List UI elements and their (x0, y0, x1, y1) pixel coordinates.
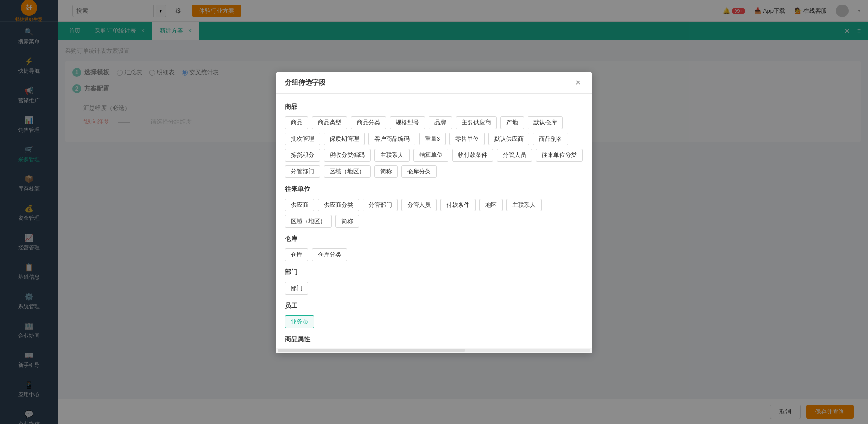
field-chip-dept-0[interactable]: 部门 (285, 282, 308, 295)
field-chip-warehouse-0[interactable]: 仓库 (285, 248, 308, 261)
field-chip-product-18[interactable]: 结算单位 (413, 149, 448, 162)
field-chip-product-25[interactable]: 仓库分类 (401, 165, 437, 178)
field-select-modal: 分组待选字段 ✕ 商品 商品 商品类型 商品分类 规格型号 品牌 主要供应商 产… (276, 72, 592, 353)
section-warehouse-title: 仓库 (285, 235, 583, 243)
field-chip-partner-8[interactable]: 简称 (335, 215, 359, 228)
fields-grid-product: 商品 商品类型 商品分类 规格型号 品牌 主要供应商 产地 默认仓库 批次管理 … (285, 116, 583, 178)
field-chip-product-12[interactable]: 零售单位 (449, 133, 485, 145)
field-chip-partner-3[interactable]: 分管人员 (401, 199, 437, 211)
field-chip-partner-1[interactable]: 供应商分类 (318, 199, 359, 211)
field-chip-product-4[interactable]: 品牌 (429, 116, 452, 129)
field-chip-product-13[interactable]: 默认供应商 (488, 133, 529, 145)
section-employee-title: 员工 (285, 302, 583, 310)
field-chip-product-1[interactable]: 商品类型 (312, 116, 347, 129)
field-chip-product-17[interactable]: 主联系人 (374, 149, 410, 162)
field-chip-product-9[interactable]: 保质期管理 (324, 133, 365, 145)
field-chip-product-6[interactable]: 产地 (500, 116, 524, 129)
fields-grid-employee: 业务员 (285, 315, 583, 328)
modal-close-button[interactable]: ✕ (572, 77, 583, 88)
modal-header: 分组待选字段 ✕ (276, 72, 592, 94)
section-product-title: 商品 (285, 103, 583, 111)
section-product-attr-title: 商品属性 (285, 335, 583, 343)
field-chip-product-5[interactable]: 主要供应商 (456, 116, 497, 129)
field-chip-product-2[interactable]: 商品分类 (351, 116, 386, 129)
field-chip-warehouse-1[interactable]: 仓库分类 (312, 248, 347, 261)
field-chip-product-14[interactable]: 商品别名 (533, 133, 568, 145)
modal-body[interactable]: 商品 商品 商品类型 商品分类 规格型号 品牌 主要供应商 产地 默认仓库 批次… (276, 94, 592, 348)
field-chip-product-8[interactable]: 批次管理 (285, 133, 320, 145)
hscroll-track (278, 349, 590, 352)
section-partner-title: 往来单位 (285, 185, 583, 193)
field-chip-product-20[interactable]: 分管人员 (497, 149, 532, 162)
field-chip-partner-2[interactable]: 分管部门 (363, 199, 398, 211)
field-chip-product-0[interactable]: 商品 (285, 116, 308, 129)
field-chip-product-19[interactable]: 收付款条件 (452, 149, 493, 162)
section-department-title: 部门 (285, 268, 583, 276)
fields-grid-partner: 供应商 供应商分类 分管部门 分管人员 付款条件 地区 主联系人 区域（地区） … (285, 199, 583, 228)
field-chip-product-22[interactable]: 分管部门 (285, 165, 320, 178)
fields-grid-warehouse: 仓库 仓库分类 (285, 248, 583, 261)
modal-horizontal-scrollbar[interactable] (276, 348, 592, 352)
hscroll-thumb[interactable] (278, 349, 465, 352)
fields-grid-department: 部门 (285, 282, 583, 295)
modal-title: 分组待选字段 (285, 78, 326, 87)
field-chip-partner-7[interactable]: 区域（地区） (285, 215, 332, 228)
field-chip-employee-0[interactable]: 业务员 (285, 315, 314, 328)
field-chip-product-16[interactable]: 税收分类编码 (324, 149, 371, 162)
field-chip-partner-0[interactable]: 供应商 (285, 199, 314, 211)
field-chip-product-21[interactable]: 往来单位分类 (536, 149, 583, 162)
field-chip-product-7[interactable]: 默认仓库 (528, 116, 563, 129)
field-chip-product-11[interactable]: 重量3 (419, 133, 446, 145)
field-chip-partner-4[interactable]: 付款条件 (440, 199, 476, 211)
field-chip-product-10[interactable]: 客户商品编码 (368, 133, 415, 145)
field-chip-product-3[interactable]: 规格型号 (390, 116, 425, 129)
field-chip-product-15[interactable]: 拣货积分 (285, 149, 320, 162)
field-chip-partner-6[interactable]: 主联系人 (506, 199, 542, 211)
field-chip-product-23[interactable]: 区域（地区） (324, 165, 371, 178)
field-chip-product-24[interactable]: 简称 (374, 165, 398, 178)
field-chip-partner-5[interactable]: 地区 (479, 199, 503, 211)
